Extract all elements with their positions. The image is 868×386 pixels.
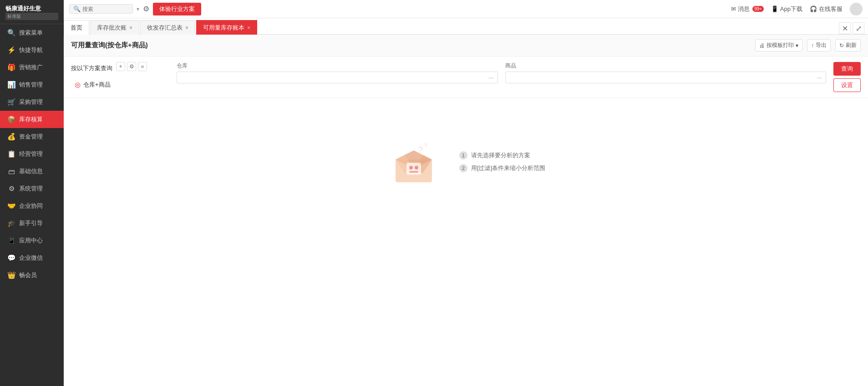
- goods-input-wrapper[interactable]: ···: [505, 72, 827, 83]
- sidebar-item-member[interactable]: 👑 畅会员: [0, 267, 64, 284]
- refresh-icon: ↻: [839, 42, 844, 49]
- top-bar: 🔍 ▾ ⚙ 体验行业方案 ✉ 消息 99+ 📱 App下载 🎧 在线客服: [64, 0, 868, 18]
- query-left: 按以下方案查询 + ⚙ « ◎ 仓库+商品: [71, 62, 171, 92]
- tab-available-ledger-label: 可用量库存账本: [203, 24, 244, 32]
- sidebar-label-newbie: 新手引导: [19, 219, 43, 227]
- search-box[interactable]: 🔍: [69, 4, 133, 14]
- svg-rect-7: [409, 171, 418, 173]
- warehouse-input[interactable]: [181, 74, 488, 81]
- app-download-label: App下载: [780, 5, 802, 13]
- sidebar-item-newbie[interactable]: 🎓 新手引导: [0, 215, 64, 232]
- page-inner: 可用量查询(按仓库+商品) 🖨 按模板打印 ▾ ↑ 导出 ↻ 刷新: [64, 35, 868, 386]
- tab-batch-account[interactable]: 库存批次账 ×: [90, 20, 139, 35]
- tab-collect-report-close[interactable]: ×: [185, 25, 188, 31]
- service-icon: 🎧: [810, 5, 817, 12]
- print-template-btn[interactable]: 🖨 按模板打印 ▾: [755, 39, 802, 51]
- step-circle-2: 2: [459, 164, 467, 172]
- avatar[interactable]: [850, 3, 863, 15]
- tab-available-ledger-close[interactable]: ×: [247, 25, 250, 31]
- page-header-actions: 🖨 按模板打印 ▾ ↑ 导出 ↻ 刷新: [755, 39, 861, 51]
- settings-scheme-btn[interactable]: ⚙: [127, 62, 136, 71]
- sidebar-item-marketing[interactable]: 🎁 营销推广: [0, 59, 64, 76]
- empty-illustration: ? ?: [386, 134, 441, 189]
- tab-batch-account-label: 库存批次账: [97, 24, 127, 32]
- warehouse-ellipsis-icon[interactable]: ···: [488, 74, 494, 81]
- tabs-bar: 首页 库存批次账 × 收发存汇总表 × 可用量库存账本 × ✕ ⤢: [64, 18, 868, 35]
- tab-available-ledger[interactable]: 可用量库存账本 ×: [196, 20, 257, 35]
- message-btn[interactable]: ✉ 消息 99+: [731, 5, 764, 13]
- collapse-scheme-btn[interactable]: «: [138, 62, 147, 71]
- message-label: 消息: [738, 5, 750, 13]
- settings-btn[interactable]: 设置: [833, 78, 861, 92]
- sidebar-label-sales: 销售管理: [19, 81, 43, 89]
- scheme-item-warehouse-goods[interactable]: ◎ 仓库+商品: [71, 78, 171, 91]
- query-left-header: 按以下方案查询 + ⚙ «: [71, 62, 171, 75]
- tab-maximize-btn[interactable]: ⤢: [853, 22, 864, 34]
- tabs-right-btns: ✕ ⤢: [839, 22, 868, 34]
- sidebar: 畅康通好生意 标准版 🔍 搜索菜单 ⚡ 快捷导航 🎁 营销推广 📊 销售管理 🛒…: [0, 0, 64, 386]
- add-scheme-btn[interactable]: +: [116, 62, 125, 71]
- online-service-label: 在线客服: [819, 5, 843, 13]
- sidebar-item-wechat[interactable]: 💬 企业微信: [0, 249, 64, 267]
- query-right: 仓库 ··· 商品 ··· 查询: [177, 62, 861, 92]
- query-btn[interactable]: 查询: [833, 62, 861, 76]
- query-area: 按以下方案查询 + ⚙ « ◎ 仓库+商品 仓库: [64, 57, 868, 98]
- query-left-actions: + ⚙ «: [116, 62, 147, 71]
- sidebar-item-inventory[interactable]: 📦 库存核算: [0, 111, 64, 128]
- sidebar-icon-search: 🔍: [7, 29, 15, 37]
- sidebar-item-basics[interactable]: 🗃 基础信息: [0, 163, 64, 180]
- warehouse-input-wrapper[interactable]: ···: [177, 72, 498, 83]
- sidebar-item-sales[interactable]: 📊 销售管理: [0, 76, 64, 93]
- sidebar-icon-quick-nav: ⚡: [7, 46, 15, 54]
- sidebar-item-operation[interactable]: 📋 经营管理: [0, 145, 64, 163]
- scheme-label: 仓库+商品: [83, 81, 111, 89]
- query-scheme-label: 按以下方案查询: [71, 64, 112, 72]
- sidebar-label-search: 搜索菜单: [19, 29, 43, 37]
- svg-rect-4: [406, 163, 421, 175]
- goods-input[interactable]: [509, 74, 817, 81]
- sidebar-item-search[interactable]: 🔍 搜索菜单: [0, 24, 64, 41]
- goods-label: 商品: [505, 62, 827, 70]
- print-icon: 🖨: [759, 42, 765, 49]
- sidebar-icon-finance: 💰: [7, 133, 15, 141]
- sidebar-item-app-center[interactable]: 📱 应用中心: [0, 232, 64, 249]
- sidebar-item-quick-nav[interactable]: ⚡ 快捷导航: [0, 41, 64, 59]
- sidebar-icon-wechat: 💬: [7, 254, 15, 262]
- message-badge: 99+: [752, 6, 764, 12]
- tab-close-all-btn[interactable]: ✕: [839, 22, 851, 34]
- sidebar-item-finance[interactable]: 💰 资金管理: [0, 128, 64, 145]
- sidebar-icon-member: 👑: [7, 271, 15, 279]
- sidebar-item-enterprise[interactable]: 🤝 企业协同: [0, 197, 64, 215]
- tab-batch-account-close[interactable]: ×: [129, 25, 132, 31]
- sidebar-label-marketing: 营销推广: [19, 63, 43, 72]
- goods-field-group: 商品 ···: [505, 62, 827, 83]
- refresh-btn[interactable]: ↻ 刷新: [835, 39, 861, 51]
- app-name: 畅康通好生意: [5, 5, 58, 13]
- sidebar-label-operation: 经营管理: [19, 150, 43, 158]
- search-input[interactable]: [82, 6, 123, 12]
- sidebar-item-system[interactable]: ⚙ 系统管理: [0, 180, 64, 197]
- sidebar-icon-operation: 📋: [7, 150, 15, 158]
- tab-collect-report[interactable]: 收发存汇总表 ×: [140, 20, 195, 35]
- svg-text:?: ?: [424, 142, 427, 149]
- tab-home-label: 首页: [71, 24, 82, 32]
- sidebar-item-purchase[interactable]: 🛒 采购管理: [0, 93, 64, 111]
- tab-collect-report-label: 收发存汇总表: [147, 24, 183, 32]
- sidebar-icon-marketing: 🎁: [7, 63, 15, 72]
- industry-btn[interactable]: 体验行业方案: [153, 3, 201, 15]
- search-icon: 🔍: [73, 5, 81, 12]
- gear-icon[interactable]: ⚙: [143, 5, 149, 13]
- app-download-btn[interactable]: 📱 App下载: [771, 5, 802, 13]
- sidebar-icon-inventory: 📦: [7, 115, 15, 124]
- sidebar-label-purchase: 采购管理: [19, 98, 43, 106]
- sidebar-label-enterprise: 企业协同: [19, 202, 43, 210]
- online-service-btn[interactable]: 🎧 在线客服: [810, 5, 843, 13]
- tab-home[interactable]: 首页: [64, 20, 89, 35]
- sidebar-icon-basics: 🗃: [7, 168, 15, 175]
- goods-ellipsis-icon[interactable]: ···: [817, 74, 822, 81]
- sidebar-icon-sales: 📊: [7, 81, 15, 89]
- warehouse-label: 仓库: [177, 62, 498, 70]
- export-btn[interactable]: ↑ 导出: [807, 39, 831, 51]
- chevron-down-icon[interactable]: ▾: [137, 6, 139, 12]
- main-area: 🔍 ▾ ⚙ 体验行业方案 ✉ 消息 99+ 📱 App下载 🎧 在线客服: [64, 0, 868, 386]
